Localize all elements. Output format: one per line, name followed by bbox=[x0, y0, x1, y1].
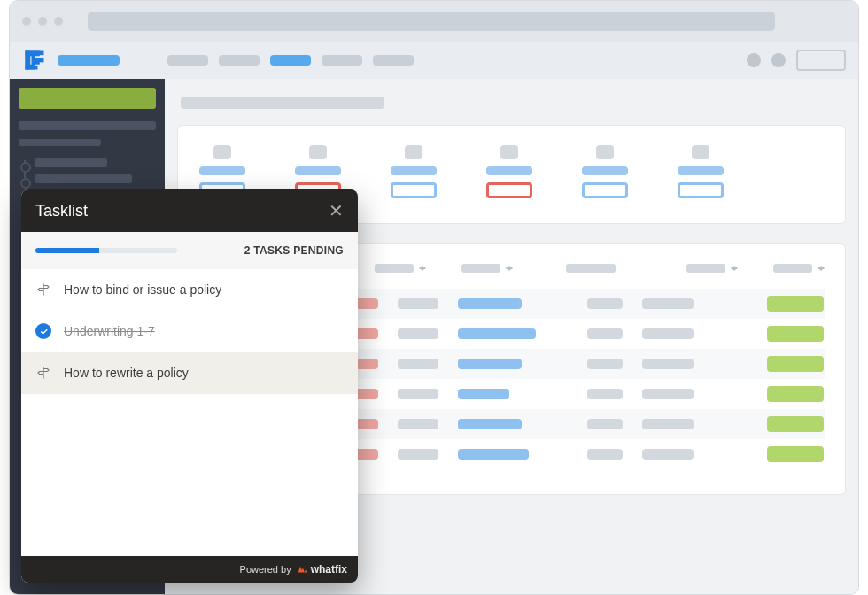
sort-icon[interactable] bbox=[818, 264, 825, 273]
column-header[interactable] bbox=[566, 264, 616, 273]
tasklist-item[interactable]: Underwriting 1-7 bbox=[21, 311, 358, 352]
header-action-icon[interactable] bbox=[771, 53, 786, 67]
signpost-icon bbox=[35, 282, 51, 298]
url-bar[interactable] bbox=[88, 12, 775, 31]
sort-icon[interactable] bbox=[419, 264, 426, 273]
nav-tab[interactable] bbox=[373, 55, 414, 66]
tasklist-item[interactable]: How to rewrite a policy bbox=[21, 352, 358, 394]
sidebar-tree-item[interactable] bbox=[35, 174, 132, 183]
tasklist-item[interactable]: How to bind or issue a policy bbox=[21, 269, 358, 311]
column-header[interactable] bbox=[686, 264, 738, 273]
whatfix-logo-icon: whatfix bbox=[297, 563, 347, 576]
column-header[interactable] bbox=[461, 264, 513, 273]
app-logo-icon bbox=[22, 48, 47, 73]
workflow-step[interactable] bbox=[391, 145, 437, 198]
sort-icon[interactable] bbox=[731, 264, 738, 273]
column-header[interactable] bbox=[773, 264, 825, 273]
column-header[interactable] bbox=[375, 264, 426, 273]
sidebar-tree bbox=[19, 158, 156, 183]
progress-fill bbox=[35, 248, 99, 253]
svg-rect-3 bbox=[34, 58, 44, 63]
sidebar-tree-item[interactable] bbox=[35, 158, 107, 167]
workflow-step[interactable] bbox=[486, 145, 532, 198]
workflow-step[interactable] bbox=[678, 145, 724, 198]
header-search[interactable] bbox=[796, 50, 846, 71]
tasklist-item-label: How to rewrite a policy bbox=[64, 366, 189, 380]
page-title bbox=[181, 97, 384, 109]
tasklist-item-label: Underwriting 1-7 bbox=[64, 324, 155, 338]
check-circle-icon bbox=[35, 323, 51, 339]
tasklist-title: Tasklist bbox=[35, 202, 88, 220]
tasklist-status-bar: 2 TASKS PENDING bbox=[21, 232, 358, 269]
nav-tab[interactable] bbox=[58, 55, 120, 66]
app-header bbox=[10, 42, 858, 79]
pending-count-label: 2 TASKS PENDING bbox=[244, 244, 344, 257]
nav-tab[interactable] bbox=[270, 55, 311, 66]
minimize-window-icon[interactable] bbox=[38, 17, 47, 26]
workflow-step[interactable] bbox=[582, 145, 628, 198]
close-icon[interactable]: ✕ bbox=[329, 202, 344, 220]
sidebar-item[interactable] bbox=[19, 139, 101, 146]
progress-bar bbox=[35, 248, 177, 253]
nav-tab[interactable] bbox=[167, 55, 208, 66]
sort-icon[interactable] bbox=[506, 264, 513, 273]
nav-tab[interactable] bbox=[219, 55, 260, 66]
tasklist-popup: Tasklist ✕ 2 TASKS PENDING How to bind o… bbox=[21, 189, 358, 583]
close-window-icon[interactable] bbox=[22, 17, 31, 26]
nav-tab[interactable] bbox=[322, 55, 362, 66]
tasklist-header: Tasklist ✕ bbox=[21, 189, 358, 232]
sidebar-item[interactable] bbox=[19, 121, 156, 130]
maximize-window-icon[interactable] bbox=[54, 17, 63, 26]
tasklist-items: How to bind or issue a policy Underwriti… bbox=[21, 269, 358, 556]
browser-titlebar bbox=[10, 1, 858, 42]
powered-by-label: Powered by bbox=[240, 564, 291, 575]
signpost-icon bbox=[35, 365, 51, 381]
header-action-icon[interactable] bbox=[747, 53, 761, 67]
sidebar-primary-button[interactable] bbox=[19, 88, 156, 109]
svg-rect-2 bbox=[26, 66, 38, 70]
tasklist-footer: Powered by whatfix bbox=[21, 556, 358, 583]
tasklist-item-label: How to bind or issue a policy bbox=[64, 282, 221, 297]
